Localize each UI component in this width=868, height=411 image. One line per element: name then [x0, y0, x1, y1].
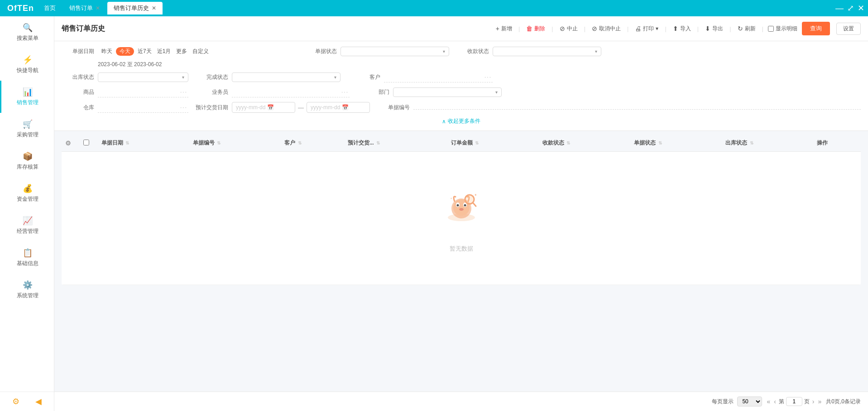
stock-out-select[interactable]: ▾ [98, 73, 188, 82]
delete-button[interactable]: 🗑 删除 [524, 24, 547, 34]
sidebar-item-quick-nav[interactable]: ⚡ 快捷导航 [0, 48, 54, 81]
sidebar-item-system-mgmt[interactable]: ⚙️ 系统管理 [0, 274, 54, 306]
select-all-checkbox[interactable] [83, 140, 89, 145]
col-bill-status-label: 单据状态 [634, 140, 656, 146]
display-toggle-checkbox[interactable] [768, 26, 774, 32]
tab-sales-order[interactable]: 销售订单 ✕ [63, 2, 106, 15]
sep1: | [518, 25, 520, 32]
export-button[interactable]: ⬇ 导出 [703, 24, 725, 34]
bill-status-label: 单据状态 [304, 48, 340, 55]
col-expected-delivery-sort[interactable]: ⇅ [376, 140, 380, 145]
product-field[interactable]: ··· [98, 87, 188, 97]
settings-button[interactable]: 设置 [836, 23, 861, 35]
cancel-stop-icon: ⊘ [592, 25, 597, 32]
receipt-status-select[interactable]: ▾ [493, 47, 601, 56]
sidebar-item-purchase-mgmt[interactable]: 🛒 采购管理 [0, 113, 54, 145]
sidebar-item-operations[interactable]: 📈 经营管理 [0, 209, 54, 242]
col-receipt-status-sort[interactable]: ⇅ [566, 140, 570, 145]
import-button[interactable]: ⬆ 导入 [671, 24, 693, 34]
table-header-row: ⚙ 单据日期 ⇅ 单据编号 ⇅ [62, 135, 861, 152]
sales-mgmt-icon: 📊 [23, 87, 33, 97]
date-from-placeholder: yyyy-mm-dd [236, 104, 265, 111]
date-more-btn[interactable]: 更多 [174, 47, 189, 56]
next-page-button[interactable]: › [811, 397, 815, 406]
logo-text: OfTEn [7, 4, 34, 13]
collapse-bar[interactable]: ∧ 收起更多条件 [62, 117, 861, 125]
department-select[interactable]: ▾ [393, 87, 502, 97]
col-customer-sort[interactable]: ⇅ [298, 140, 302, 145]
col-bill-number-sort[interactable]: ⇅ [217, 140, 221, 145]
date-today-btn[interactable]: 今天 [116, 47, 134, 56]
filter-row-3: 商品 ··· 业务员 ··· 部门 ▾ [62, 87, 861, 97]
col-bill-status-sort[interactable]: ⇅ [658, 140, 662, 145]
refresh-icon: ↻ [738, 25, 743, 32]
warehouse-field[interactable]: ··· [98, 102, 188, 113]
table-container: ⚙ 单据日期 ⇅ 单据编号 ⇅ [54, 131, 868, 392]
basic-info-icon: 📋 [23, 248, 33, 258]
date-custom-btn[interactable]: 自定义 [191, 47, 211, 56]
calendar-from-icon: 📅 [267, 104, 274, 111]
page-number-input[interactable] [786, 397, 802, 406]
stop-button[interactable]: ⊘ 中止 [558, 24, 580, 34]
sidebar-item-basic-info[interactable]: 📋 基础信息 [0, 242, 54, 274]
window-minimize-icon[interactable]: — [835, 4, 844, 13]
query-button[interactable]: 查询 [802, 22, 830, 35]
col-bill-date-sort[interactable]: ⇅ [125, 140, 129, 145]
export-icon: ⬇ [705, 25, 710, 32]
date-yesterday-btn[interactable]: 昨天 [100, 47, 114, 56]
new-button[interactable]: + 新增 [494, 24, 514, 34]
sidebar-item-capital-mgmt[interactable]: 💰 资金管理 [0, 177, 54, 209]
window-close-icon[interactable]: ✕ [858, 3, 864, 13]
complete-status-select[interactable]: ▾ [232, 73, 340, 82]
bill-number-field[interactable] [413, 106, 861, 110]
receipt-status-label: 收款状态 [456, 48, 493, 55]
first-page-button[interactable]: « [766, 397, 771, 406]
tab-sales-order-history-label: 销售订单历史 [114, 4, 149, 12]
col-order-amount: 订单金额 ⇅ [447, 135, 539, 152]
date-1month-btn[interactable]: 近1月 [155, 47, 173, 56]
window-expand-icon[interactable]: ⤢ [847, 3, 854, 13]
tab-sales-order-close[interactable]: ✕ [96, 5, 100, 11]
cancel-stop-label: 取消中止 [599, 25, 621, 33]
sidebar-item-basic-info-label: 基础信息 [17, 260, 38, 267]
date-to-input[interactable]: yyyy-mm-dd 📅 [307, 102, 370, 113]
svg-text:✦: ✦ [474, 193, 477, 197]
date-7days-btn[interactable]: 近7天 [136, 47, 153, 56]
date-to-placeholder: yyyy-mm-dd [311, 104, 340, 111]
col-operation-label: 操作 [817, 140, 828, 146]
display-toggle: 显示明细 [768, 25, 797, 33]
col-stock-out-status: 出库状态 ⇅ [722, 135, 813, 152]
sidebar-settings-icon[interactable]: ⚙ [12, 396, 19, 406]
bill-status-select[interactable]: ▾ [340, 47, 449, 56]
col-order-amount-sort[interactable]: ⇅ [475, 140, 479, 145]
sidebar-item-search-menu-label: 搜索菜单 [17, 34, 38, 42]
product-label: 商品 [62, 88, 98, 96]
tab-sales-order-history-close[interactable]: ✕ [152, 5, 156, 11]
col-bill-number: 单据编号 ⇅ [189, 135, 281, 152]
refresh-button[interactable]: ↻ 刷新 [736, 24, 758, 34]
page-label: 第 [779, 398, 784, 406]
cancel-stop-button[interactable]: ⊘ 取消中止 [590, 24, 623, 34]
sidebar-item-sales-mgmt[interactable]: 📊 销售管理 [0, 81, 54, 113]
tab-sales-order-history[interactable]: 销售订单历史 ✕ [107, 2, 163, 15]
page-size-select[interactable]: 50 10 20 100 [737, 396, 762, 406]
print-button[interactable]: 🖨 打印 ▾ [633, 24, 660, 34]
date-from-input[interactable]: yyyy-mm-dd 📅 [232, 102, 295, 113]
sidebar-collapse-icon[interactable]: ◀ [35, 396, 42, 406]
customer-field[interactable]: ··· [384, 72, 493, 82]
sep8: | [762, 25, 763, 32]
sidebar-item-search-menu[interactable]: 🔍 搜索菜单 [0, 16, 54, 48]
tab-home[interactable]: 首页 [38, 2, 62, 15]
print-dropdown-icon[interactable]: ▾ [656, 25, 658, 32]
salesperson-field[interactable]: ··· [232, 87, 350, 97]
sidebar-item-inventory[interactable]: 📦 库存核算 [0, 145, 54, 177]
bill-status-group: 单据状态 ▾ [304, 47, 449, 56]
delete-icon: 🗑 [526, 25, 532, 32]
sidebar-item-sales-mgmt-label: 销售管理 [17, 99, 38, 106]
customer-group: 客户 ··· [348, 72, 493, 82]
last-page-button[interactable]: » [817, 397, 823, 406]
page-label-2: 页 [804, 398, 810, 406]
table-settings-gear[interactable]: ⚙ [65, 140, 71, 147]
col-stock-out-status-sort[interactable]: ⇅ [750, 140, 753, 145]
prev-page-button[interactable]: ‹ [773, 397, 777, 406]
